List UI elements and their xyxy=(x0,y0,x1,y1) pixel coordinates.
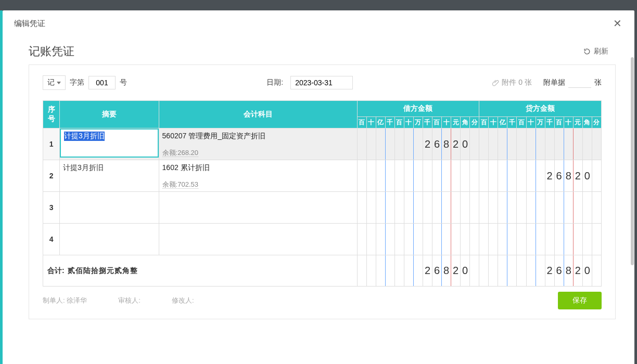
debit-digit[interactable] xyxy=(376,128,385,160)
save-button[interactable]: 保存 xyxy=(558,292,602,309)
debit-digit[interactable] xyxy=(451,192,461,224)
summary-cell[interactable] xyxy=(60,224,159,255)
debit-digit[interactable] xyxy=(432,160,441,192)
credit-digit[interactable] xyxy=(573,224,582,255)
credit-digit[interactable] xyxy=(507,224,517,255)
credit-digit[interactable] xyxy=(517,128,526,160)
debit-digit[interactable] xyxy=(413,224,423,255)
debit-digit[interactable]: 8 xyxy=(442,128,451,160)
credit-digit[interactable]: 2 xyxy=(545,160,554,192)
close-icon[interactable]: ✕ xyxy=(610,8,625,38)
credit-digit[interactable] xyxy=(536,160,545,192)
refresh-button[interactable]: 刷新 xyxy=(583,47,608,56)
debit-digit[interactable] xyxy=(470,160,479,192)
debit-digit[interactable] xyxy=(376,224,385,255)
credit-digit[interactable] xyxy=(582,224,592,255)
credit-digit[interactable] xyxy=(517,224,526,255)
debit-digit[interactable] xyxy=(366,160,376,192)
debit-digit[interactable] xyxy=(442,160,451,192)
credit-digit[interactable] xyxy=(489,192,498,224)
credit-digit[interactable] xyxy=(479,128,489,160)
debit-digit[interactable] xyxy=(432,224,441,255)
credit-digit[interactable] xyxy=(498,160,507,192)
credit-digit[interactable] xyxy=(564,192,573,224)
credit-digit[interactable] xyxy=(526,224,536,255)
debit-digit[interactable] xyxy=(394,128,404,160)
credit-digit[interactable] xyxy=(507,192,517,224)
debit-digit[interactable] xyxy=(442,192,451,224)
debit-digit[interactable] xyxy=(470,128,479,160)
attach-list-input[interactable] xyxy=(568,77,591,88)
credit-digit[interactable] xyxy=(554,192,564,224)
debit-digit[interactable] xyxy=(470,224,479,255)
credit-digit[interactable] xyxy=(582,128,592,160)
debit-digit[interactable] xyxy=(394,192,404,224)
debit-digit[interactable] xyxy=(366,224,376,255)
credit-digit[interactable] xyxy=(564,224,573,255)
debit-digit[interactable] xyxy=(357,224,366,255)
credit-digit[interactable] xyxy=(592,160,601,192)
credit-digit[interactable]: 8 xyxy=(564,160,573,192)
credit-digit[interactable] xyxy=(479,224,489,255)
credit-digit[interactable]: 6 xyxy=(554,160,564,192)
credit-digit[interactable] xyxy=(489,224,498,255)
credit-digit[interactable] xyxy=(526,128,536,160)
debit-digit[interactable] xyxy=(461,192,470,224)
credit-digit[interactable] xyxy=(554,224,564,255)
voucher-date-input[interactable] xyxy=(290,76,353,89)
summary-input[interactable] xyxy=(60,128,159,158)
credit-digit[interactable] xyxy=(498,192,507,224)
debit-digit[interactable]: 6 xyxy=(432,128,441,160)
credit-digit[interactable]: 0 xyxy=(582,160,592,192)
credit-digit[interactable] xyxy=(498,224,507,255)
credit-digit[interactable] xyxy=(479,192,489,224)
debit-digit[interactable] xyxy=(404,160,413,192)
debit-digit[interactable] xyxy=(385,192,394,224)
account-cell[interactable]: 1602 累计折旧余额:702.53 xyxy=(159,160,357,192)
debit-digit[interactable] xyxy=(423,224,432,255)
credit-digit[interactable] xyxy=(573,128,582,160)
debit-digit[interactable] xyxy=(451,224,461,255)
debit-digit[interactable] xyxy=(432,192,441,224)
credit-digit[interactable] xyxy=(507,160,517,192)
credit-digit[interactable] xyxy=(517,192,526,224)
credit-digit[interactable] xyxy=(592,128,601,160)
voucher-number-input[interactable] xyxy=(88,76,116,89)
debit-digit[interactable] xyxy=(423,192,432,224)
credit-digit[interactable] xyxy=(554,128,564,160)
credit-digit[interactable] xyxy=(536,224,545,255)
credit-digit[interactable] xyxy=(507,128,517,160)
debit-digit[interactable]: 0 xyxy=(461,128,470,160)
account-cell[interactable]: 560207 管理费用_固定资产折旧余额:268.20 xyxy=(159,128,357,160)
credit-digit[interactable] xyxy=(545,224,554,255)
summary-cell[interactable]: 计提3月折旧 xyxy=(60,160,159,192)
debit-digit[interactable] xyxy=(385,224,394,255)
debit-digit[interactable] xyxy=(366,192,376,224)
debit-digit[interactable] xyxy=(385,128,394,160)
credit-digit[interactable] xyxy=(592,224,601,255)
debit-digit[interactable] xyxy=(385,160,394,192)
account-cell[interactable] xyxy=(159,192,357,224)
debit-digit[interactable] xyxy=(413,128,423,160)
credit-digit[interactable] xyxy=(545,128,554,160)
debit-digit[interactable]: 2 xyxy=(423,128,432,160)
debit-digit[interactable] xyxy=(394,224,404,255)
credit-digit[interactable] xyxy=(536,128,545,160)
debit-digit[interactable] xyxy=(357,160,366,192)
debit-digit[interactable] xyxy=(376,160,385,192)
debit-digit[interactable] xyxy=(423,160,432,192)
attach-button[interactable]: 附件 0 张 xyxy=(492,78,532,87)
summary-cell[interactable] xyxy=(60,128,159,160)
debit-digit[interactable] xyxy=(470,192,479,224)
credit-digit[interactable] xyxy=(536,192,545,224)
debit-digit[interactable] xyxy=(461,224,470,255)
account-cell[interactable] xyxy=(159,224,357,255)
scrollbar[interactable] xyxy=(630,57,634,328)
debit-digit[interactable]: 2 xyxy=(451,128,461,160)
debit-digit[interactable] xyxy=(376,192,385,224)
debit-digit[interactable] xyxy=(404,128,413,160)
debit-digit[interactable] xyxy=(357,192,366,224)
summary-cell[interactable] xyxy=(60,192,159,224)
debit-digit[interactable] xyxy=(366,128,376,160)
debit-digit[interactable] xyxy=(413,192,423,224)
